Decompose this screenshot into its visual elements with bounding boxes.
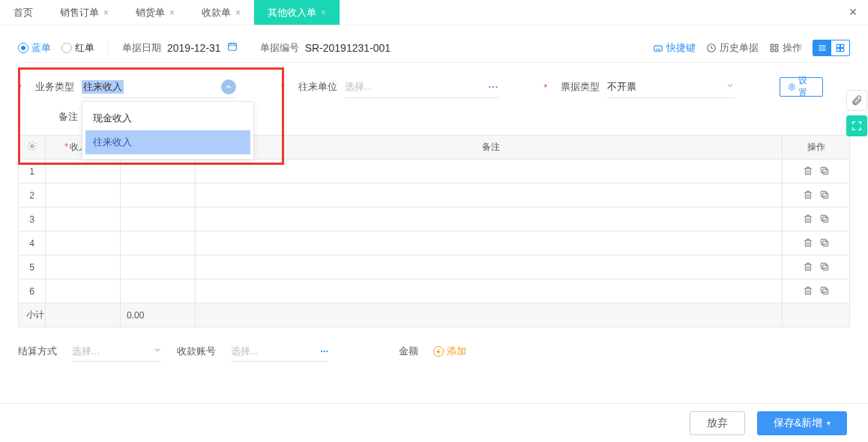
header-row: 蓝单 红单 单据日期 2019-12-31 单据编号 SR-20191231-0…: [18, 33, 850, 63]
settle-method-field[interactable]: 选择...: [72, 341, 162, 362]
delete-row-button[interactable]: [801, 236, 815, 249]
save-new-button[interactable]: 保存&新增 ▾: [757, 411, 847, 435]
dropdown-option-ar[interactable]: 往来收入: [85, 130, 250, 154]
tab-receipt[interactable]: 收款单 ×: [188, 0, 254, 25]
tab-other-income[interactable]: 其他收入单 ×: [254, 0, 340, 25]
table-row[interactable]: 2: [19, 184, 850, 208]
close-icon[interactable]: ×: [321, 7, 326, 18]
table-row[interactable]: 6: [19, 279, 850, 303]
view-card-button[interactable]: [831, 40, 849, 55]
copy-row-button[interactable]: [818, 188, 831, 202]
tab-label: 其他收入单: [268, 6, 316, 19]
delete-row-button[interactable]: [801, 284, 815, 297]
th-ops-label: 操作: [807, 142, 825, 152]
cell-amount[interactable]: [121, 208, 196, 231]
radio-dot-icon: [61, 43, 72, 53]
close-icon[interactable]: ×: [235, 7, 241, 18]
radio-red[interactable]: 红单: [61, 41, 94, 55]
copy-row-button[interactable]: [818, 260, 831, 273]
cell-remark[interactable]: [196, 231, 783, 255]
party-field[interactable]: * 往来单位 选择... ···: [281, 76, 499, 98]
add-settlement-button[interactable]: + 添加: [433, 345, 466, 358]
calendar-icon[interactable]: [227, 41, 238, 54]
biz-type-field[interactable]: * 业务类型 往来收入 现金收入 往来收入: [18, 76, 236, 98]
radio-blue[interactable]: 蓝单: [18, 41, 51, 55]
cell-remark[interactable]: [196, 255, 783, 279]
fullscreen-button[interactable]: [846, 115, 867, 136]
table-row[interactable]: 3: [19, 208, 850, 231]
copy-row-button[interactable]: [818, 284, 831, 297]
copy-row-button[interactable]: [818, 212, 831, 225]
shortcut-link[interactable]: 快捷键: [653, 41, 696, 55]
cell-remark[interactable]: [196, 160, 783, 184]
delete-row-button[interactable]: [801, 260, 815, 273]
table-row[interactable]: 1: [19, 160, 850, 184]
settle-amount-field[interactable]: 金额: [343, 341, 418, 362]
doc-no-value: SR-20191231-001: [305, 42, 391, 54]
svg-point-11: [791, 86, 793, 88]
cell-remark[interactable]: [196, 208, 783, 231]
cell-amount[interactable]: [121, 160, 196, 184]
chevron-down-icon[interactable]: [153, 345, 162, 357]
tab-bar: 首页 销售订单 × 销货单 × 收款单 × 其他收入单 × ×: [0, 0, 868, 25]
doc-date-label: 单据日期: [122, 41, 161, 55]
copy-row-button[interactable]: [818, 236, 831, 249]
tab-home[interactable]: 首页: [0, 0, 46, 25]
attachment-button[interactable]: [846, 90, 867, 111]
copy-icon: [819, 166, 830, 176]
cell-amount[interactable]: [121, 231, 196, 255]
more-icon[interactable]: ···: [320, 345, 328, 357]
cell-amount[interactable]: [121, 184, 196, 208]
invoice-label: 票据类型: [550, 80, 600, 94]
cell-income[interactable]: [46, 231, 121, 255]
cell-income[interactable]: [46, 208, 121, 231]
discard-label: 放弃: [707, 417, 728, 430]
doc-date-value[interactable]: 2019-12-31: [167, 42, 221, 54]
grid-icon: [769, 43, 780, 53]
invoice-control[interactable]: 不开票: [607, 76, 734, 98]
settle-account-field[interactable]: 选择... ···: [231, 341, 328, 362]
invoice-field[interactable]: * 票据类型 不开票: [543, 76, 734, 98]
more-icon[interactable]: ···: [489, 81, 499, 92]
settings-button[interactable]: 设置: [780, 77, 823, 97]
chevron-down-icon[interactable]: [726, 81, 735, 92]
tab-sales-order[interactable]: 销售订单 ×: [46, 0, 122, 25]
table-row[interactable]: 4: [19, 231, 850, 255]
cell-amount[interactable]: [121, 279, 196, 303]
doc-type-radios: 蓝单 红单: [18, 41, 94, 55]
required-mark: *: [281, 82, 285, 93]
row-index: 6: [19, 279, 46, 303]
tab-label: 收款单: [202, 6, 231, 19]
tab-delivery[interactable]: 销货单 ×: [122, 0, 188, 25]
cell-remark[interactable]: [196, 279, 783, 303]
trash-icon: [803, 261, 813, 272]
dropdown-option-cash[interactable]: 现金收入: [85, 106, 250, 130]
chevron-up-icon[interactable]: [221, 79, 236, 94]
header: 蓝单 红单 单据日期 2019-12-31 单据编号 SR-20191231-0…: [0, 25, 868, 63]
view-list-button[interactable]: [813, 40, 831, 55]
keyboard-icon: [653, 43, 663, 53]
cell-income[interactable]: [46, 279, 121, 303]
delete-row-button[interactable]: [801, 212, 815, 225]
cell-income[interactable]: [46, 160, 121, 184]
svg-rect-9: [837, 48, 840, 51]
history-link[interactable]: 历史单据: [706, 41, 759, 55]
operate-link[interactable]: 操作: [769, 41, 802, 55]
close-all-icon[interactable]: ×: [838, 0, 868, 25]
cell-remark[interactable]: [196, 184, 783, 208]
cell-amount[interactable]: [121, 255, 196, 279]
cell-income[interactable]: [46, 184, 121, 208]
subtotal-ops: [783, 303, 850, 327]
table-row[interactable]: 5: [19, 255, 850, 279]
gear-header[interactable]: [19, 136, 46, 160]
close-icon[interactable]: ×: [103, 7, 109, 18]
copy-row-button[interactable]: [818, 164, 831, 178]
delete-row-button[interactable]: [801, 188, 815, 202]
cell-income[interactable]: [46, 255, 121, 279]
party-control[interactable]: 选择... ···: [345, 76, 499, 98]
discard-button[interactable]: 放弃: [690, 411, 745, 435]
delete-row-button[interactable]: [801, 164, 815, 178]
close-icon[interactable]: ×: [169, 7, 175, 18]
biz-type-control[interactable]: 往来收入 现金收入 往来收入: [82, 76, 236, 98]
cell-ops: [783, 184, 850, 208]
